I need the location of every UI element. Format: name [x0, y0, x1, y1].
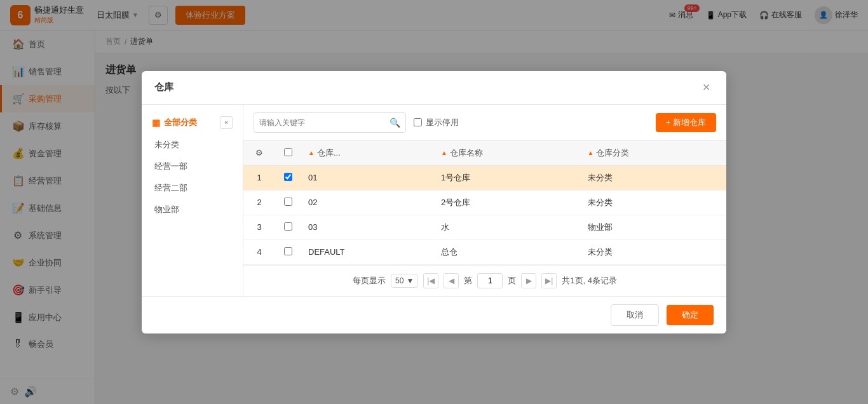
- row-name: 总仓: [433, 239, 580, 264]
- row-num: 3: [243, 215, 275, 239]
- confirm-button[interactable]: 确定: [667, 305, 714, 325]
- chevron-down-icon: ▼: [406, 276, 414, 285]
- row-name: 1号仓库: [433, 165, 580, 190]
- row-code: DEFAULT: [301, 239, 433, 264]
- warehouse-table: ⚙ ▲ 仓库...: [243, 141, 726, 265]
- th-name: ▲ 仓库名称: [433, 141, 580, 166]
- row-code: 02: [301, 190, 433, 215]
- gear-icon: ⚙: [255, 148, 263, 158]
- th-category: ▲ 仓库分类: [580, 141, 726, 166]
- category-item-business2[interactable]: 经营二部: [142, 177, 243, 199]
- row-name: 水: [433, 215, 580, 239]
- row-code: 01: [301, 165, 433, 190]
- sort-icon: ▲: [588, 149, 594, 156]
- select-all-checkbox[interactable]: [284, 148, 292, 156]
- sort-icon: ▲: [308, 149, 315, 156]
- row-category: 物业部: [580, 215, 726, 239]
- show-disabled-check[interactable]: [414, 118, 422, 126]
- cancel-button[interactable]: 取消: [611, 304, 659, 326]
- table-header-row: ⚙ ▲ 仓库...: [243, 141, 726, 166]
- th-settings: ⚙: [243, 141, 275, 166]
- row-num: 1: [243, 165, 275, 190]
- search-box: 🔍: [254, 112, 406, 133]
- th-checkbox: [275, 141, 301, 166]
- modal-backdrop[interactable]: 仓库 ✕ ▦ 全部分类 « 未分类 经营一部 经营二部 物业部: [0, 0, 868, 404]
- warehouse-table-element: ⚙ ▲ 仓库...: [243, 141, 726, 265]
- next-page-button[interactable]: ▶: [521, 273, 536, 288]
- category-all[interactable]: ▦ 全部分类 «: [142, 111, 243, 134]
- table-row[interactable]: 1 01 1号仓库 未分类: [243, 165, 726, 190]
- modal-body: ▦ 全部分类 « 未分类 经营一部 经营二部 物业部 🔍: [142, 105, 726, 296]
- modal-main-area: 🔍 显示停用 + 新增仓库 ⚙: [243, 105, 726, 296]
- modal-footer: 取消 确定: [142, 296, 726, 333]
- grid-icon: ▦: [152, 118, 160, 128]
- add-warehouse-button[interactable]: + 新增仓库: [656, 113, 716, 132]
- row-category: 未分类: [580, 165, 726, 190]
- row-code: 03: [301, 215, 433, 239]
- row-num: 2: [243, 190, 275, 215]
- table-row[interactable]: 3 03 水 物业部: [243, 215, 726, 239]
- row-category: 未分类: [580, 190, 726, 215]
- row-checkbox[interactable]: [275, 165, 301, 190]
- row-checkbox[interactable]: [275, 239, 301, 264]
- table-row[interactable]: 4 DEFAULT 总仓 未分类: [243, 239, 726, 264]
- row-name: 2号仓库: [433, 190, 580, 215]
- modal-title: 仓库: [154, 81, 173, 93]
- row-num: 4: [243, 239, 275, 264]
- table-row[interactable]: 2 02 2号仓库 未分类: [243, 190, 726, 215]
- prev-page-button[interactable]: ◀: [444, 273, 459, 288]
- last-page-button[interactable]: ▶|: [541, 273, 557, 288]
- modal-header: 仓库 ✕: [142, 71, 726, 105]
- row-checkbox[interactable]: [275, 190, 301, 215]
- table-body: 1 01 1号仓库 未分类 2 02 2号仓库 未分类 3 03 水 物业部 4…: [243, 165, 726, 264]
- warehouse-modal: 仓库 ✕ ▦ 全部分类 « 未分类 经营一部 经营二部 物业部: [142, 71, 726, 333]
- category-sidebar: ▦ 全部分类 « 未分类 经营一部 经营二部 物业部: [142, 105, 243, 296]
- first-page-button[interactable]: |◀: [423, 273, 438, 288]
- row-category: 未分类: [580, 239, 726, 264]
- sort-icon: ▲: [441, 149, 447, 156]
- category-collapse-button[interactable]: «: [220, 116, 233, 129]
- th-code: ▲ 仓库...: [301, 141, 433, 166]
- page-number-input[interactable]: [477, 273, 503, 288]
- category-item-property[interactable]: 物业部: [142, 199, 243, 220]
- category-item-business1[interactable]: 经营一部: [142, 156, 243, 177]
- modal-toolbar: 🔍 显示停用 + 新增仓库: [243, 105, 726, 141]
- search-input[interactable]: [259, 118, 390, 127]
- category-item-unclassified[interactable]: 未分类: [142, 134, 243, 156]
- pagination: 每页显示 50 ▼ |◀ ◀ 第 页 ▶ ▶| 共1页, 4条记录: [243, 265, 726, 296]
- modal-close-button[interactable]: ✕: [698, 80, 714, 95]
- row-checkbox[interactable]: [275, 215, 301, 239]
- show-disabled-checkbox[interactable]: 显示停用: [414, 117, 459, 128]
- page-size-select[interactable]: 50 ▼: [391, 274, 418, 288]
- search-icon: 🔍: [390, 118, 400, 128]
